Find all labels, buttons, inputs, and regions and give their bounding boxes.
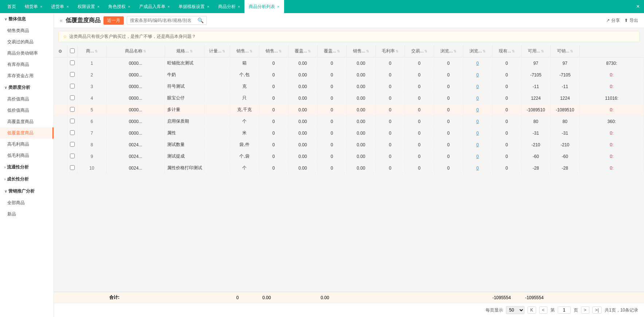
row-browse1[interactable]: 0: [463, 139, 492, 151]
col-sales-qty[interactable]: 销售...⇅: [230, 45, 259, 58]
per-page-select[interactable]: 50 100 200: [506, 306, 525, 314]
row-checkbox[interactable]: [67, 104, 77, 116]
sidebar-section-overall[interactable]: ∨ 整体信息: [0, 13, 54, 25]
row-select-checkbox[interactable]: [70, 130, 75, 135]
row-select-checkbox[interactable]: [70, 119, 75, 123]
close-icon[interactable]: ×: [97, 4, 99, 9]
row-browse1[interactable]: 0: [463, 127, 492, 139]
close-icon[interactable]: ×: [168, 4, 170, 9]
col-cover2[interactable]: 覆盖...⇅: [317, 45, 346, 58]
close-icon[interactable]: ×: [207, 4, 209, 9]
row-browse1[interactable]: 0: [463, 151, 492, 162]
row-select-checkbox[interactable]: [70, 95, 75, 100]
row-checkbox[interactable]: [67, 58, 77, 69]
col-margin[interactable]: 毛利率⇅: [376, 45, 405, 58]
row-checkbox[interactable]: [67, 151, 77, 162]
row-browse1[interactable]: 0: [463, 69, 492, 81]
row-select-checkbox[interactable]: [70, 84, 75, 88]
sidebar-item-high-coverage[interactable]: 高覆盖度商品: [0, 116, 54, 127]
export-button[interactable]: ⬆ 导出: [624, 17, 638, 24]
sidebar-item-all-goods[interactable]: 全部商品: [0, 197, 54, 209]
col-current[interactable]: 现有...⇅: [492, 45, 521, 58]
sidebar-section-growth[interactable]: › 成长性分析: [0, 173, 54, 185]
col-cover1[interactable]: 覆盖...⇅: [288, 45, 317, 58]
col-name[interactable]: 商品名称⇅: [106, 45, 165, 58]
sidebar-item-traded-goods[interactable]: 交易过的商品: [0, 36, 54, 48]
sidebar-item-low-value[interactable]: 低价值商品: [0, 105, 54, 116]
page-number-input[interactable]: [558, 306, 571, 314]
row-browse1[interactable]: 0: [463, 58, 492, 69]
product-table-container[interactable]: ⚙ 商...⇅ 商品名称⇅ 规格...⇅ 计量...⇅ 销售...⇅ 销售...…: [54, 45, 644, 292]
nav-item-permissions[interactable]: 权限设置 ×: [73, 0, 104, 13]
row-select-checkbox[interactable]: [70, 142, 75, 147]
row-checkbox[interactable]: [67, 127, 77, 139]
close-icon[interactable]: ×: [66, 4, 68, 9]
col-sku[interactable]: 商...⇅: [77, 45, 106, 58]
row-checkbox[interactable]: [67, 162, 77, 174]
nav-item-template[interactable]: 单据模板设置 ×: [174, 0, 213, 13]
col-trade[interactable]: 交易...⇅: [405, 45, 434, 58]
sidebar-item-capital-usage[interactable]: 库存资金占用: [0, 70, 54, 82]
row-checkbox[interactable]: [67, 92, 77, 104]
sidebar-section-cluster[interactable]: ∨ 类群度分析: [0, 82, 54, 94]
nav-item-purchase[interactable]: 进货单 ×: [47, 0, 73, 13]
col-browse1[interactable]: 浏览...⇅: [434, 45, 463, 58]
time-filter-button[interactable]: 近一月: [103, 16, 124, 25]
row-select-checkbox[interactable]: [70, 72, 75, 77]
row-browse1[interactable]: 0: [463, 81, 492, 92]
col-sellable[interactable]: 可销...⇅: [550, 45, 580, 58]
row-select-checkbox[interactable]: [70, 107, 75, 112]
col-spec[interactable]: 规格...⇅: [165, 45, 204, 58]
row-select-checkbox[interactable]: [70, 165, 75, 170]
row-checkbox[interactable]: [67, 116, 77, 127]
close-icon[interactable]: ×: [40, 4, 42, 9]
row-name: 牛奶: [165, 69, 204, 81]
search-input[interactable]: [130, 18, 197, 23]
last-page-button[interactable]: >|: [592, 306, 602, 314]
sidebar-item-high-margin[interactable]: 高毛利商品: [0, 139, 54, 150]
col-unit[interactable]: 计量...⇅: [204, 45, 230, 58]
sidebar-item-new-goods[interactable]: 新品: [0, 209, 54, 220]
prev-page-button[interactable]: <: [539, 306, 547, 314]
row-browse1[interactable]: 0: [463, 162, 492, 174]
col-sales-amt[interactable]: 销售...⇅: [259, 45, 288, 58]
close-icon[interactable]: ×: [277, 4, 279, 9]
sidebar-item-in-stock[interactable]: 有库存商品: [0, 59, 54, 70]
close-icon[interactable]: ×: [238, 4, 240, 9]
col-gear[interactable]: ⚙: [54, 45, 67, 58]
nav-item-analytics[interactable]: 商品分析 ×: [214, 0, 244, 13]
sidebar-item-low-coverage[interactable]: 低覆盖度商品: [0, 127, 54, 139]
sidebar-item-category-rate[interactable]: 商品分类动销率: [0, 48, 54, 59]
nav-item-home[interactable]: 首页: [3, 0, 20, 13]
col-sales3[interactable]: 销售...⇅: [346, 45, 376, 58]
close-all-tabs-button[interactable]: ×: [635, 2, 641, 11]
col-checkbox[interactable]: [67, 45, 77, 58]
nav-item-finished-goods[interactable]: 产成品入库单 ×: [135, 0, 174, 13]
sidebar-item-high-value[interactable]: 高价值商品: [0, 94, 54, 105]
select-all-checkbox[interactable]: [70, 48, 75, 53]
nav-item-sales[interactable]: 销货单 ×: [20, 0, 47, 13]
close-icon[interactable]: ×: [128, 4, 130, 9]
row-checkbox[interactable]: [67, 69, 77, 81]
first-page-button[interactable]: K: [527, 306, 536, 314]
sidebar-section-liquidity[interactable]: › 流通性分析: [0, 161, 54, 173]
sidebar-item-sales-goods[interactable]: 销售类商品: [0, 25, 54, 36]
row-checkbox[interactable]: [67, 81, 77, 92]
col-available[interactable]: 可用...⇅: [521, 45, 550, 58]
row-browse1[interactable]: 0: [463, 104, 492, 116]
row-select-checkbox[interactable]: [70, 154, 75, 158]
col-browse2[interactable]: 浏览...⇅: [463, 45, 492, 58]
sidebar-collapse-button[interactable]: «: [60, 17, 63, 23]
nav-item-analytics-list[interactable]: 商品分析列表 ×: [244, 0, 284, 13]
next-page-button[interactable]: >: [581, 306, 589, 314]
row-checkbox[interactable]: [67, 139, 77, 151]
search-icon[interactable]: 🔍: [197, 17, 204, 23]
sidebar-item-low-margin[interactable]: 低毛利商品: [0, 150, 54, 161]
share-button[interactable]: ↗ 分享: [606, 17, 620, 24]
row-browse1[interactable]: 0: [463, 92, 492, 104]
row-unit: 米: [230, 127, 259, 139]
sidebar-section-marketing[interactable]: ∨ 营销推广分析: [0, 185, 54, 197]
row-select-checkbox[interactable]: [70, 60, 75, 65]
nav-item-roles[interactable]: 角色授权 ×: [104, 0, 134, 13]
row-browse1[interactable]: 0: [463, 116, 492, 127]
